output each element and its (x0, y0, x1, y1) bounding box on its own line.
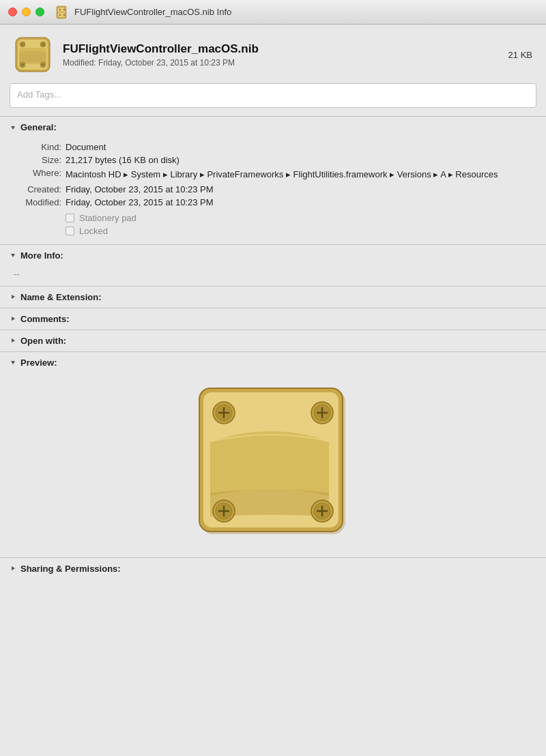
modified-value: Friday, October 23, 2015 at 10:23 PM (66, 197, 532, 207)
svg-marker-22 (11, 254, 15, 257)
more-info-section-header[interactable]: More Info: (0, 245, 546, 266)
kind-label: Kind: (14, 142, 61, 152)
file-header: FUFlightViewController_macOS.nib Modifie… (0, 25, 546, 83)
maximize-button[interactable] (35, 8, 44, 16)
traffic-lights (8, 8, 44, 16)
svg-marker-21 (11, 126, 15, 130)
locked-row: Locked (66, 226, 532, 236)
open-with-triangle-icon (10, 337, 16, 344)
preview-section-header[interactable]: Preview: (0, 352, 546, 373)
file-modified-date: Friday, October 23, 2015 at 10:23 PM (98, 58, 235, 68)
file-size: 21 KB (508, 50, 532, 60)
file-modified-line: Modified: Friday, October 23, 2015 at 10… (63, 58, 498, 68)
file-icon (14, 35, 52, 74)
open-with-section-title: Open with: (20, 336, 66, 346)
stationery-checkbox[interactable] (66, 214, 74, 222)
stationery-label: Stationery pad (79, 213, 136, 223)
svg-marker-46 (12, 566, 15, 570)
modified-label: Modified: (14, 197, 61, 207)
svg-point-5 (63, 14, 65, 15)
file-info: FUFlightViewController_macOS.nib Modifie… (63, 42, 498, 68)
svg-marker-26 (11, 361, 15, 364)
more-info-section-title: More Info: (20, 250, 63, 261)
created-label: Created: (14, 184, 61, 194)
titlebar-file-icon (55, 5, 69, 19)
created-value: Friday, October 23, 2015 at 10:23 PM (66, 184, 532, 194)
size-value: 21,217 bytes (16 KB on disk) (66, 155, 532, 165)
sharing-triangle-icon (10, 565, 16, 572)
minimize-button[interactable] (22, 8, 31, 16)
locked-label: Locked (79, 226, 108, 236)
more-info-dash: -- (14, 269, 20, 279)
name-extension-section-header[interactable]: Name & Extension: (0, 287, 546, 308)
svg-point-4 (59, 14, 61, 15)
preview-file-icon (198, 387, 348, 537)
name-extension-triangle-icon (10, 293, 16, 300)
svg-point-2 (59, 8, 61, 10)
stationery-row: Stationery pad (66, 213, 532, 223)
kind-value: Document (66, 142, 532, 152)
titlebar-title: FUFlightViewController_macOS.nib Info (74, 7, 231, 17)
preview-section-title: Preview: (20, 358, 57, 368)
general-triangle-icon (10, 124, 16, 131)
tags-input-area[interactable]: Add Tags... (10, 83, 536, 108)
svg-point-3 (63, 8, 65, 10)
comments-triangle-icon (10, 315, 16, 322)
svg-marker-23 (12, 295, 15, 299)
general-section-content: Kind: Document Size: 21,217 bytes (16 KB… (0, 138, 546, 244)
preview-content (0, 373, 546, 557)
more-info-content: -- (0, 266, 546, 286)
more-info-triangle-icon (10, 252, 16, 259)
tags-placeholder: Add Tags... (17, 89, 61, 100)
main-content: FUFlightViewController_macOS.nib Modifie… (0, 25, 546, 579)
size-label: Size: (14, 155, 61, 165)
where-value: Macintosh HD ▸ System ▸ Library ▸ Privat… (66, 168, 532, 181)
svg-marker-25 (12, 338, 15, 343)
close-button[interactable] (8, 8, 17, 16)
preview-triangle-icon (10, 359, 16, 366)
comments-section-header[interactable]: Comments: (0, 308, 546, 330)
where-label: Where: (14, 168, 61, 181)
titlebar: FUFlightViewController_macOS.nib Info (0, 0, 546, 25)
file-icon-svg (14, 35, 52, 74)
general-section-title: General: (20, 122, 57, 132)
svg-marker-24 (12, 317, 15, 321)
open-with-section-header[interactable]: Open with: (0, 330, 546, 351)
general-info-grid: Kind: Document Size: 21,217 bytes (16 KB… (14, 142, 532, 207)
name-extension-section-title: Name & Extension: (20, 292, 101, 302)
locked-checkbox[interactable] (66, 227, 74, 235)
sharing-permissions-section-title: Sharing & Permissions: (20, 564, 121, 574)
sharing-permissions-section-header[interactable]: Sharing & Permissions: (0, 558, 546, 579)
comments-section-title: Comments: (20, 314, 70, 324)
file-modified-label: Modified: (63, 58, 96, 68)
file-name: FUFlightViewController_macOS.nib (63, 42, 498, 57)
general-section-header[interactable]: General: (0, 117, 546, 138)
